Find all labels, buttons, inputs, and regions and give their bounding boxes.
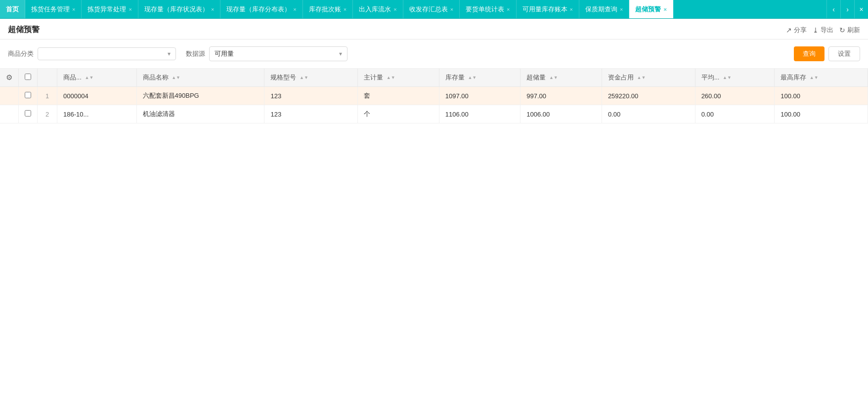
category-select[interactable]: ▾	[38, 47, 176, 60]
sort-icon: ▲▼	[85, 76, 93, 80]
product-code-col-header[interactable]: 商品... ▲▼	[57, 69, 137, 87]
filter-area: 商品分类 ▾ 数据源 可用量 ▾ 查询 设置	[0, 40, 868, 69]
nav-item-abnormal[interactable]: 拣货异常处理 ×	[82, 0, 138, 19]
row-stock-qty: 1106.00	[439, 105, 521, 123]
nav-label: 保质期查询	[585, 5, 617, 14]
stock-qty-col-header[interactable]: 库存量 ▲▼	[439, 69, 521, 87]
max-stock-col-header[interactable]: 最高库存 ▲▼	[775, 69, 868, 87]
sort-icon: ▲▼	[810, 76, 819, 80]
row-number: 2	[38, 105, 57, 123]
close-icon[interactable]: ×	[129, 6, 131, 12]
category-filter-group: 商品分类 ▾	[8, 47, 176, 60]
row-overstock-qty: 1006.00	[521, 105, 602, 123]
refresh-label: 刷新	[847, 26, 860, 35]
nav-item-order-stat[interactable]: 要货单统计表 ×	[460, 0, 516, 19]
datasource-filter-group: 数据源 可用量 ▾	[186, 46, 347, 61]
nav-item-batch[interactable]: 库存批次账 ×	[303, 0, 353, 19]
nav-item-overstock[interactable]: 超储预警 ×	[629, 0, 673, 19]
spec-col-header[interactable]: 规格型号 ▲▼	[264, 69, 358, 87]
avg-col-header[interactable]: 平均... ▲▼	[695, 69, 775, 87]
sort-icon: ▲▼	[300, 76, 308, 80]
nav-item-expiry[interactable]: 保质期查询 ×	[579, 0, 629, 19]
row-avg: 0.00	[695, 105, 775, 123]
sort-icon: ▲▼	[387, 76, 395, 80]
sort-icon: ▲▼	[637, 76, 646, 80]
nav-home-label: 首页	[6, 5, 19, 14]
capital-occ-col-header[interactable]: 资金占用 ▲▼	[602, 69, 695, 87]
row-max-stock: 100.00	[775, 87, 868, 105]
nav-close-arrow[interactable]: ×	[854, 0, 868, 19]
data-table: ⚙ 商品... ▲▼ 商品名称 ▲▼ 规格型号	[0, 69, 868, 123]
page-title: 超储预警	[8, 25, 40, 35]
close-icon[interactable]: ×	[570, 6, 573, 12]
chevron-down-icon: ▾	[168, 50, 171, 57]
row-overstock-qty: 997.00	[521, 87, 602, 105]
select-all-checkbox[interactable]	[25, 74, 31, 80]
row-settings-cell	[0, 87, 19, 105]
close-icon[interactable]: ×	[393, 6, 396, 12]
sort-icon: ▲▼	[549, 76, 558, 80]
row-max-stock: 100.00	[775, 105, 868, 123]
close-icon[interactable]: ×	[620, 6, 623, 12]
nav-label: 出入库流水	[359, 5, 391, 14]
export-icon: ⤓	[813, 26, 819, 34]
unit-col-header[interactable]: 主计量 ▲▼	[358, 69, 439, 87]
datasource-select[interactable]: 可用量 ▾	[209, 46, 347, 61]
product-name-col-header[interactable]: 商品名称 ▲▼	[136, 69, 264, 87]
page-header: 超储预警 ↗ 分享 ⤓ 导出 ↻ 刷新	[0, 19, 868, 40]
nav-item-inout-flow[interactable]: 出入库流水 ×	[353, 0, 403, 19]
row-checkbox[interactable]	[25, 110, 31, 117]
sort-icon: ▲▼	[468, 76, 477, 80]
close-icon[interactable]: ×	[344, 6, 347, 12]
top-navigation: 首页 拣货任务管理 × 拣货异常处理 × 现存量（库存状况表） × 现存量（库存…	[0, 0, 868, 19]
overstock-qty-col-header[interactable]: 超储量 ▲▼	[521, 69, 602, 87]
nav-item-task-mgmt[interactable]: 拣货任务管理 ×	[25, 0, 82, 19]
refresh-button[interactable]: ↻ 刷新	[839, 26, 860, 35]
table-body: 1 0000004 六配套新昌490BPG 123 套 1097.00 997.…	[0, 87, 868, 123]
nav-label: 拣货异常处理	[87, 5, 126, 14]
row-product-code: 186-10...	[57, 105, 137, 123]
row-product-name: 机油滤清器	[136, 105, 264, 123]
nav-right-arrow[interactable]: ›	[840, 0, 854, 19]
row-unit: 套	[358, 87, 439, 105]
nav-left-arrow[interactable]: ‹	[826, 0, 840, 19]
nav-arrows: ‹ › ×	[826, 0, 868, 19]
nav-item-home[interactable]: 首页	[0, 0, 25, 19]
settings-button[interactable]: 设置	[828, 46, 860, 61]
row-settings-cell	[0, 105, 19, 123]
close-icon[interactable]: ×	[507, 6, 510, 12]
row-capital-occ: 0.00	[602, 105, 695, 123]
nav-item-stock-dist[interactable]: 现存量（库存分布表） ×	[220, 0, 303, 19]
refresh-icon: ↻	[839, 26, 845, 34]
nav-label: 收发存汇总表	[409, 5, 448, 14]
nav-item-avail-ledger[interactable]: 可用量库存账本 ×	[517, 0, 579, 19]
sort-icon: ▲▼	[723, 76, 732, 80]
row-spec: 123	[264, 87, 358, 105]
nav-item-stock-status[interactable]: 现存量（库存状况表） ×	[138, 0, 220, 19]
query-button[interactable]: 查询	[794, 46, 825, 61]
close-icon[interactable]: ×	[663, 6, 666, 12]
nav-label: 要货单统计表	[466, 5, 504, 14]
row-stock-qty: 1097.00	[439, 87, 521, 105]
nav-item-collect[interactable]: 收发存汇总表 ×	[403, 0, 460, 19]
share-button[interactable]: ↗ 分享	[786, 26, 807, 35]
close-icon[interactable]: ×	[72, 6, 75, 12]
close-icon[interactable]: ×	[450, 6, 453, 12]
export-button[interactable]: ⤓ 导出	[813, 26, 833, 35]
close-icon[interactable]: ×	[293, 6, 296, 12]
row-checkbox[interactable]	[25, 92, 31, 98]
nav-label: 拣货任务管理	[31, 5, 70, 14]
share-label: 分享	[794, 26, 807, 35]
category-label: 商品分类	[8, 49, 34, 58]
gear-icon[interactable]: ⚙	[6, 73, 12, 81]
close-icon[interactable]: ×	[211, 6, 214, 12]
settings-col-header: ⚙	[0, 69, 19, 87]
page-container: 超储预警 ↗ 分享 ⤓ 导出 ↻ 刷新 商品分类 ▾ 数据源	[0, 19, 868, 395]
row-product-code: 0000004	[57, 87, 137, 105]
table-row: 1 0000004 六配套新昌490BPG 123 套 1097.00 997.…	[0, 87, 868, 105]
row-avg: 260.00	[695, 87, 775, 105]
sort-icon: ▲▼	[172, 76, 180, 80]
row-unit: 个	[358, 105, 439, 123]
checkbox-col-header	[19, 69, 38, 87]
row-product-name: 六配套新昌490BPG	[136, 87, 264, 105]
